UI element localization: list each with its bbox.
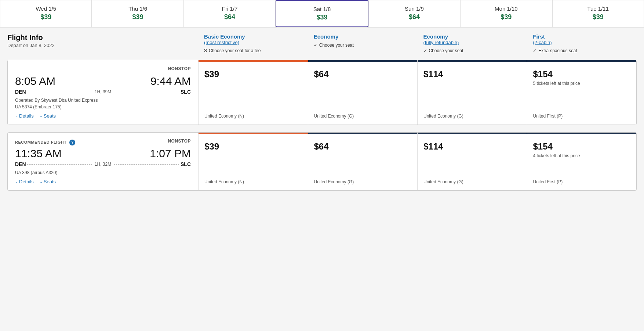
arrive-code: SLC — [179, 161, 191, 167]
fare-price: $39 — [204, 69, 302, 79]
flight-info-cell: RECOMMENDED FLIGHT ? NONSTOP 11:35 AM 1:… — [8, 133, 199, 190]
fare-sub-link[interactable]: (most restrictive) — [204, 40, 302, 45]
flight-info-cell: NONSTOP 8:05 AM 9:44 AM DEN 1H, 39M SLC … — [8, 60, 199, 125]
fare-class-label: United Economy (N) — [204, 111, 302, 119]
fare-price-cell-economy[interactable]: $64 United Economy (G) — [308, 60, 418, 125]
details-link[interactable]: ⌄ Details — [15, 113, 34, 119]
fare-price: $64 — [314, 141, 412, 152]
fare-price: $64 — [314, 69, 412, 79]
fare-price: $154 — [533, 69, 631, 79]
date-price: $39 — [464, 13, 548, 21]
flight-col-header: Flight Info Depart on Jan 8, 2022 — [7, 33, 198, 56]
route-line-inner-2 — [114, 92, 179, 92]
date-label: Thu 1/6 — [96, 6, 179, 12]
flight-times: 8:05 AM 9:44 AM — [15, 75, 191, 87]
fare-price-cell-first[interactable]: $154 5 tickets left at this price United… — [527, 60, 637, 125]
date-label: Tue 1/11 — [556, 6, 640, 12]
recommended-badge: RECOMMENDED FLIGHT — [15, 140, 66, 144]
fare-name-link[interactable]: Economy — [423, 33, 521, 40]
date-cell-thu-1-6[interactable]: Thu 1/6 $39 — [92, 0, 183, 27]
top-bar — [308, 60, 418, 62]
date-label: Fri 1/7 — [188, 6, 272, 12]
date-price: $39 — [4, 13, 88, 21]
top-bar — [418, 133, 527, 134]
fare-price-cell-first[interactable]: $154 4 tickets left at this price United… — [527, 133, 637, 190]
fare-cols-header: Basic Economy (most restrictive) S Choos… — [198, 33, 637, 56]
details-link[interactable]: ⌄ Details — [15, 179, 34, 184]
date-cell-sat-1-8[interactable]: Sat 1/8 $39 — [276, 0, 368, 27]
arrive-time: 1:07 PM — [150, 147, 191, 160]
fare-col-header-first: First (2-cabin) ✓ Extra-spacious seat — [527, 33, 637, 56]
flight-links: ⌄ Details ⌄ Seats — [15, 179, 191, 184]
depart-code: DEN — [15, 89, 27, 95]
fare-feature: ✓ Choose your seat — [314, 43, 412, 48]
top-bar — [308, 133, 418, 134]
date-cell-mon-1-10[interactable]: Mon 1/10 $39 — [460, 0, 552, 27]
seats-link[interactable]: ⌄ Seats — [40, 179, 56, 184]
flight-info-title: Flight Info Depart on Jan 8, 2022 — [7, 33, 198, 48]
stop-label: NONSTOP — [168, 138, 191, 144]
arrive-time: 9:44 AM — [150, 75, 191, 87]
date-cell-wed-1-5[interactable]: Wed 1/5 $39 — [0, 0, 92, 27]
fare-price: $114 — [423, 141, 521, 152]
date-price: $64 — [372, 13, 456, 21]
date-price: $39 — [96, 13, 179, 21]
content-area: Flight Info Depart on Jan 8, 2022 Basic … — [0, 28, 644, 194]
tickets-left: 4 tickets left at this price — [533, 153, 631, 158]
date-cell-fri-1-7[interactable]: Fri 1/7 $64 — [184, 0, 276, 27]
fare-price: $114 — [423, 69, 521, 79]
chevron-down-icon-2: ⌄ — [40, 114, 43, 118]
flight-operator: Operated By Skywest Dba United Express — [15, 98, 191, 103]
recommended-area: RECOMMENDED FLIGHT ? — [15, 139, 75, 145]
flight-route: DEN 1H, 39M SLC — [15, 89, 191, 95]
flights-area: NONSTOP 8:05 AM 9:44 AM DEN 1H, 39M SLC … — [0, 56, 644, 194]
fare-class-label: United Economy (G) — [314, 176, 412, 184]
top-bar — [527, 60, 637, 62]
date-price: $39 — [556, 13, 640, 21]
fare-name-link[interactable]: Economy — [314, 33, 412, 40]
fare-price: $154 — [533, 141, 631, 152]
seats-link[interactable]: ⌄ Seats — [40, 113, 56, 119]
date-cell-sun-1-9[interactable]: Sun 1/9 $64 — [368, 0, 460, 27]
fare-class-label: United Economy (G) — [423, 176, 521, 184]
route-line-inner — [27, 164, 92, 165]
route-line-inner — [27, 92, 92, 92]
s-icon: S — [204, 48, 207, 53]
stop-label: NONSTOP — [168, 66, 191, 71]
depart-time: 11:35 AM — [15, 147, 62, 160]
depart-code: DEN — [15, 161, 27, 167]
depart-time: 8:05 AM — [15, 75, 55, 87]
chevron-down-icon: ⌄ — [15, 180, 18, 184]
fare-name-link[interactable]: Basic Economy — [204, 33, 302, 40]
top-bar — [418, 60, 527, 62]
fare-feature: ✓ Choose your seat — [423, 48, 521, 53]
flight-row-flight-1: NONSTOP 8:05 AM 9:44 AM DEN 1H, 39M SLC … — [7, 60, 637, 125]
fare-price-cell-basic-economy[interactable]: $39 United Economy (N) — [199, 60, 308, 125]
fare-sub-link[interactable]: (fully refundable) — [423, 40, 521, 45]
date-price: $64 — [188, 13, 272, 21]
fare-feature: S Choose your seat for a fee — [204, 48, 302, 53]
route-duration: 1H, 39M — [92, 89, 114, 94]
header-row: Flight Info Depart on Jan 8, 2022 Basic … — [0, 28, 644, 56]
chevron-down-icon: ⌄ — [15, 114, 18, 118]
top-bar — [199, 60, 308, 62]
flight-row-flight-2: RECOMMENDED FLIGHT ? NONSTOP 11:35 AM 1:… — [7, 132, 637, 191]
fare-price-cell-economy[interactable]: $64 United Economy (G) — [308, 133, 418, 190]
fare-col-header-economy-refundable: Economy (fully refundable) ✓ Choose your… — [418, 33, 527, 56]
date-label: Sun 1/9 — [372, 6, 456, 12]
date-cell-tue-1-11[interactable]: Tue 1/11 $39 — [552, 0, 644, 27]
fare-price-cell-economy-refundable[interactable]: $114 United Economy (G) — [418, 60, 527, 125]
route-line-inner-2 — [114, 164, 179, 165]
route-line: 1H, 39M — [27, 89, 179, 94]
flight-info-subtitle: Depart on Jan 8, 2022 — [7, 43, 198, 48]
fare-sub-link[interactable]: (2-cabin) — [533, 40, 631, 45]
fare-col-header-economy: Economy ✓ Choose your seat — [308, 33, 418, 56]
top-bar — [527, 133, 637, 134]
fare-price-cell-economy-refundable[interactable]: $114 United Economy (G) — [418, 133, 527, 190]
fare-class-label: United First (P) — [533, 176, 631, 184]
check-icon: ✓ — [533, 48, 536, 53]
flight-num: UA 5374 (Embraer 175) — [15, 104, 191, 109]
arrive-code: SLC — [179, 89, 191, 95]
fare-name-link[interactable]: First — [533, 33, 631, 40]
fare-price-cell-basic-economy[interactable]: $39 United Economy (N) — [199, 133, 308, 190]
